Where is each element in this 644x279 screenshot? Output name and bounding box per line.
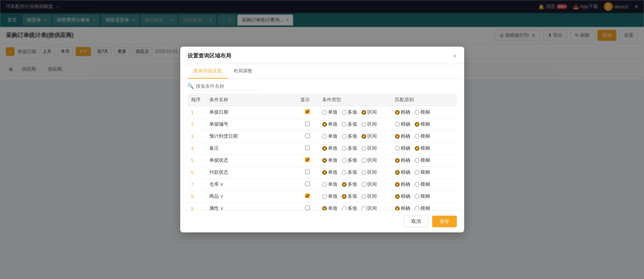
dialog-close-btn[interactable]: × xyxy=(453,53,457,59)
tab-layout[interactable]: 布局调整 xyxy=(228,64,258,79)
dialog-overlay: 设置查询区域布局 × 查询字段设置 布局调整 🔍 xyxy=(0,0,644,79)
settings-dialog: 设置查询区域布局 × 查询字段设置 布局调整 🔍 xyxy=(180,47,464,79)
dialog-title: 设置查询区域布局 xyxy=(187,52,231,59)
dialog-tabs: 查询字段设置 布局调整 xyxy=(180,64,464,79)
dialog-header: 设置查询区域布局 × xyxy=(180,47,464,64)
tab-query-fields[interactable]: 查询字段设置 xyxy=(187,64,228,79)
dialog-search-area: 🔍 xyxy=(180,79,464,79)
